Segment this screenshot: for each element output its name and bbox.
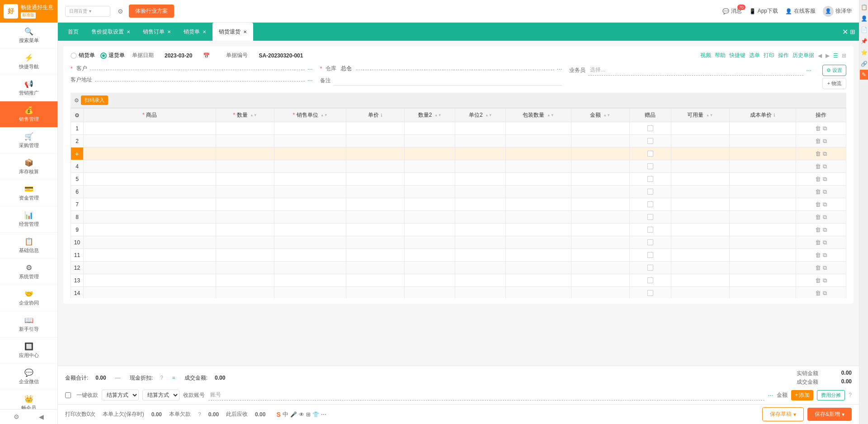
- row-avail-14[interactable]: [671, 287, 729, 299]
- row-product-2[interactable]: [84, 135, 216, 148]
- copy-icon-10[interactable]: ⧉: [823, 239, 827, 246]
- gift-checkbox-11[interactable]: [647, 252, 653, 258]
- radio-return[interactable]: 退货单: [100, 52, 125, 59]
- row-price-11[interactable]: [346, 249, 405, 262]
- row-qty2-14[interactable]: [405, 287, 455, 299]
- sidebar-item-search[interactable]: 🔍 搜索菜单: [0, 23, 57, 49]
- row-unit-5[interactable]: [274, 173, 346, 186]
- gift-checkbox-8[interactable]: [647, 214, 653, 220]
- row-costprice-12[interactable]: [729, 262, 796, 274]
- view-toggle-list[interactable]: ☰: [833, 52, 838, 59]
- row-costprice-10[interactable]: [729, 236, 796, 249]
- eye-icon[interactable]: 👁: [299, 411, 304, 418]
- row-qty2-3[interactable]: [405, 148, 455, 160]
- row-product-11[interactable]: [84, 249, 216, 262]
- row-unit2-4[interactable]: [455, 160, 506, 173]
- row-qty2-8[interactable]: [405, 211, 455, 224]
- row-qty2-9[interactable]: [405, 224, 455, 236]
- warehouse-dots-icon[interactable]: ···: [557, 65, 562, 72]
- gift-checkbox-2[interactable]: [647, 138, 653, 144]
- help-link[interactable]: 帮助: [715, 52, 726, 59]
- row-pkgqty-2[interactable]: [506, 135, 571, 148]
- row-amount-7[interactable]: [571, 198, 629, 211]
- close-all-tabs-icon[interactable]: ✕: [842, 28, 848, 36]
- save-draft-button[interactable]: 保存草稿 ▾: [762, 407, 804, 421]
- row-price-9[interactable]: [346, 224, 405, 236]
- video-link[interactable]: 视频: [700, 52, 711, 59]
- row-product-13[interactable]: [84, 274, 216, 287]
- row-product-8[interactable]: [84, 211, 216, 224]
- row-unit2-13[interactable]: [455, 274, 506, 287]
- staff-dots-icon[interactable]: ···: [806, 67, 811, 74]
- row-amount-6[interactable]: [571, 186, 629, 198]
- row-unit-12[interactable]: [274, 262, 346, 274]
- online-service-item[interactable]: 👤 在线客服: [785, 7, 816, 15]
- row-qty-6[interactable]: [216, 186, 274, 198]
- sidebar-item-basic-info[interactable]: 📋 基础信息: [0, 233, 57, 259]
- input-icon[interactable]: 中: [283, 410, 288, 419]
- row-amount-3[interactable]: [571, 148, 629, 160]
- row-qty-4[interactable]: [216, 160, 274, 173]
- row-price-5[interactable]: [346, 173, 405, 186]
- row-avail-3[interactable]: [671, 148, 729, 160]
- delete-icon-9[interactable]: 🗑: [815, 226, 821, 233]
- sidebar-item-apps[interactable]: 🔲 应用中心: [0, 338, 57, 364]
- row-price-7[interactable]: [346, 198, 405, 211]
- row-unit-4[interactable]: [274, 160, 346, 173]
- sidebar-item-operations[interactable]: 📊 经营管理: [0, 206, 57, 233]
- row-amount-9[interactable]: [571, 224, 629, 236]
- add-row-button-3[interactable]: +: [73, 150, 81, 158]
- gift-checkbox-1[interactable]: [647, 125, 653, 131]
- row-costprice-8[interactable]: [729, 211, 796, 224]
- trial-button[interactable]: 体验行业方案: [129, 5, 174, 18]
- row-costprice-5[interactable]: [729, 173, 796, 186]
- row-amount-4[interactable]: [571, 160, 629, 173]
- copy-icon-5[interactable]: ⧉: [823, 176, 827, 183]
- row-costprice-9[interactable]: [729, 224, 796, 236]
- sidebar-item-enterprise[interactable]: 🤝 企业协同: [0, 285, 57, 311]
- discount-help-icon[interactable]: ?: [160, 375, 163, 381]
- row-unit2-11[interactable]: [455, 249, 506, 262]
- tab-close-sales-delivery[interactable]: ✕: [203, 29, 206, 34]
- row-price-3[interactable]: [346, 148, 405, 160]
- row-product-6[interactable]: [84, 186, 216, 198]
- row-pkgqty-10[interactable]: [506, 236, 571, 249]
- staff-input[interactable]: 选择...: [588, 65, 803, 76]
- row-unit-2[interactable]: [274, 135, 346, 148]
- panel-icon-3[interactable]: 📄: [860, 24, 868, 35]
- settings-button[interactable]: ⚙ 设置: [822, 65, 846, 76]
- row-avail-12[interactable]: [671, 262, 729, 274]
- row-amount-5[interactable]: [571, 173, 629, 186]
- select-link[interactable]: 选单: [749, 52, 760, 59]
- next-doc-icon[interactable]: ▶: [826, 52, 830, 59]
- view-toggle-grid[interactable]: ⊞: [842, 52, 846, 59]
- row-avail-8[interactable]: [671, 211, 729, 224]
- sidebar-settings-icon[interactable]: ⚙: [14, 413, 19, 420]
- row-amount-12[interactable]: [571, 262, 629, 274]
- copy-icon-11[interactable]: ⧉: [823, 252, 827, 259]
- fenyong-help-icon[interactable]: ?: [849, 392, 852, 398]
- sidebar-item-guide[interactable]: 📖 新手引导: [0, 311, 57, 338]
- account-dots-icon[interactable]: ···: [768, 391, 774, 399]
- message-item[interactable]: 💬 消息 70: [722, 7, 742, 15]
- copy-icon-6[interactable]: ⧉: [823, 188, 827, 195]
- row-unit-3[interactable]: [274, 148, 346, 160]
- row-unit-1[interactable]: [274, 122, 346, 135]
- customer-input[interactable]: [90, 67, 305, 70]
- row-pkgqty-11[interactable]: [506, 249, 571, 262]
- sidebar-item-system[interactable]: ⚙ 系统管理: [0, 259, 57, 285]
- gift-checkbox-13[interactable]: [647, 277, 653, 283]
- row-unit2-2[interactable]: [455, 135, 506, 148]
- row-amount-13[interactable]: [571, 274, 629, 287]
- customer-dots-icon[interactable]: ···: [307, 65, 313, 72]
- row-amount-2[interactable]: [571, 135, 629, 148]
- row-avail-4[interactable]: [671, 160, 729, 173]
- row-product-1[interactable]: [84, 122, 216, 135]
- row-amount-11[interactable]: [571, 249, 629, 262]
- row-unit-8[interactable]: [274, 211, 346, 224]
- row-costprice-1[interactable]: [729, 122, 796, 135]
- row-price-10[interactable]: [346, 236, 405, 249]
- row-costprice-13[interactable]: [729, 274, 796, 287]
- copy-icon-9[interactable]: ⧉: [823, 226, 827, 233]
- row-avail-5[interactable]: [671, 173, 729, 186]
